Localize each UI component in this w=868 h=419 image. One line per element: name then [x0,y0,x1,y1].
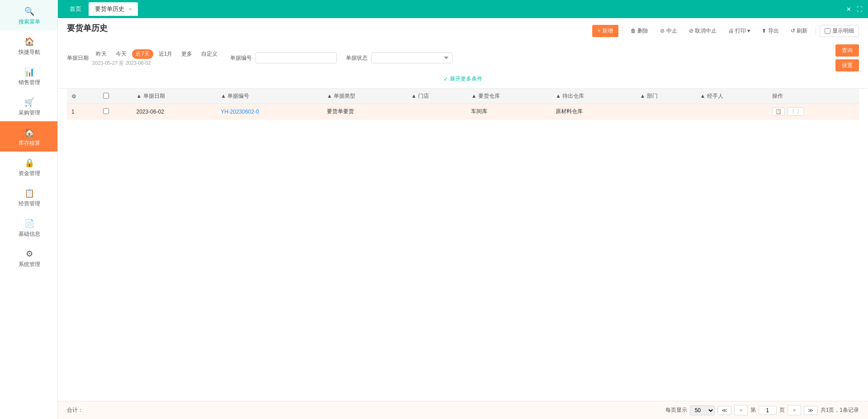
col-pending-warehouse[interactable]: ▲ 待出仓库 [551,89,636,104]
page-number-input[interactable] [759,406,777,415]
date-filter-label: 单据日期 [67,54,89,62]
sidebar-item-purchase[interactable]: 🛒 采购管理 [0,91,57,121]
tab-home[interactable]: 首页 [63,2,88,16]
row-department [636,104,696,119]
table-footer: 合计： 每页显示 10 20 50 100 ≪ ＜ 第 页 ＞ ≫ 共1页，1条… [58,401,868,419]
sales-icon: 📊 [24,67,34,77]
col-handler-label: ▲ 经手人 [700,93,723,99]
col-date[interactable]: ▲ 单据日期 [132,89,217,104]
settings-gear-icon[interactable]: ⚙ [71,93,76,100]
purchase-icon: 🛒 [24,97,34,107]
col-store-label: ▲ 门店 [411,93,429,99]
page-next-button[interactable]: ＞ [788,405,801,415]
page-last-button[interactable]: ≫ [804,406,818,415]
expand-more-button[interactable]: ✓ 展开更多条件 [443,75,482,83]
print-button[interactable]: 🖨 打印 ▾ [724,25,755,37]
new-button[interactable]: + 新增 [592,25,618,37]
finance-icon: 🔒 [24,158,34,168]
delete-button[interactable]: 🗑 删除 [626,25,653,37]
col-type[interactable]: ▲ 单据类型 [322,89,407,104]
order-no-filter-group: 单据编号 [230,52,337,63]
col-department-label: ▲ 部门 [640,93,658,99]
page-prev-button[interactable]: ＜ [734,405,748,415]
col-pending-warehouse-label: ▲ 待出仓库 [556,93,584,99]
sidebar-label-finance: 资金管理 [19,170,40,177]
col-actions: 操作 [768,89,859,104]
page-first-button[interactable]: ≪ [717,406,731,415]
row-order-no: YH-20230602-0 [216,104,322,119]
suspend-button[interactable]: ⊘ 中止 [656,25,681,37]
date-btn-yesterday[interactable]: 昨天 [92,49,110,59]
basic-info-icon: 📄 [24,219,34,229]
display-detail-button[interactable]: 显示明细 [820,25,859,37]
sidebar-item-quick-nav[interactable]: 🏠 快捷导航 [0,30,57,61]
col-settings[interactable]: ⚙ [67,89,99,104]
refresh-button[interactable]: ↺ 刷新 [786,25,812,37]
sidebar-label-operations: 经营管理 [19,200,40,208]
window-fullscreen-button[interactable]: ⛶ [857,6,863,13]
status-select[interactable] [371,52,453,63]
query-button[interactable]: 查询 [835,44,859,57]
cancel-suspend-button[interactable]: ⊘ 取消中止 [684,25,721,37]
sidebar-item-inventory[interactable]: 🏠 库存核算 [0,121,57,152]
row-pending-warehouse: 原材料仓库 [551,104,636,119]
sidebar-item-sales[interactable]: 📊 销售管理 [0,61,57,91]
row-view-button[interactable]: 📋 [772,107,785,116]
order-no-label: 单据编号 [230,54,252,62]
per-page-label: 每页显示 [665,406,687,414]
status-label: 单据状态 [346,54,368,62]
sidebar-item-system[interactable]: ⚙ 系统管理 [0,243,57,273]
sidebar-label-search-menu: 搜索菜单 [19,18,40,26]
date-filter-group: 单据日期 昨天 今天 近7天 近1月 更多 自定义 2023-05-27 至 2… [67,49,221,67]
date-btns: 昨天 今天 近7天 近1月 更多 自定义 [92,49,221,59]
order-no-input[interactable] [255,52,337,63]
page-title: 要货单历史 [67,23,108,33]
close-tab-button[interactable]: × [129,6,132,12]
date-btn-more[interactable]: 更多 [178,49,196,59]
separator-2 [816,27,816,35]
col-handler[interactable]: ▲ 经手人 [695,89,768,104]
sidebar: 🔍 搜索菜单 🏠 快捷导航 📊 销售管理 🛒 采购管理 🏠 库存核算 🔒 资金管… [0,0,58,419]
sidebar-item-finance[interactable]: 🔒 资金管理 [0,152,57,182]
filter-area: 单据日期 昨天 今天 近7天 近1月 更多 自定义 2023-05-27 至 2… [58,39,868,89]
per-page-select[interactable]: 10 20 50 100 [690,405,715,415]
total-label: 合计： [67,406,83,414]
query-settings-area: 查询 设置 [835,44,859,71]
order-no-link[interactable]: YH-20230602-0 [221,109,259,115]
inventory-icon: 🏠 [24,128,34,138]
row-index: 1 [67,104,99,119]
separator-1 [622,27,623,35]
sidebar-item-operations[interactable]: 📋 经营管理 [0,182,57,212]
select-all-checkbox[interactable] [103,93,109,99]
filter-row: 单据日期 昨天 今天 近7天 近1月 更多 自定义 2023-05-27 至 2… [67,44,859,71]
date-btn-today[interactable]: 今天 [112,49,130,59]
sidebar-item-search-menu[interactable]: 🔍 搜索菜单 [0,0,57,30]
display-detail-checkbox[interactable] [825,28,830,34]
expand-down-icon: ✓ [443,76,448,82]
date-btn-1month[interactable]: 近1月 [155,49,176,59]
col-department[interactable]: ▲ 部门 [636,89,696,104]
col-store[interactable]: ▲ 门店 [407,89,467,104]
main-content: 首页 要货单历史 × ✕ ⛶ 要货单历史 + 新增 🗑 删除 ⊘ 中止 ⊘ 取消… [58,0,868,419]
window-close-button[interactable]: ✕ [846,6,851,13]
tab-requisition-history[interactable]: 要货单历史 × [89,2,138,16]
row-checkbox[interactable] [103,108,109,114]
date-btn-7days[interactable]: 近7天 [132,49,153,59]
sidebar-label-purchase: 采购管理 [19,109,40,117]
col-order-no[interactable]: ▲ 单据编号 [216,89,322,104]
sidebar-label-sales: 销售管理 [19,79,40,86]
print-dropdown-icon[interactable]: ▾ [747,28,750,34]
row-actions-cell: 📋 ⋮⋮ [768,104,859,119]
filter-settings-button[interactable]: 设置 [835,59,859,71]
col-req-warehouse[interactable]: ▲ 要货仓库 [467,89,551,104]
date-btn-custom[interactable]: 自定义 [198,49,221,59]
export-button[interactable]: ⬆ 导出 [757,25,783,37]
col-checkbox [99,89,132,104]
col-req-warehouse-label: ▲ 要货仓库 [471,93,500,99]
row-store [407,104,467,119]
col-date-label: ▲ 单据日期 [137,93,165,99]
row-date: 2023-06-02 [132,104,217,119]
row-more-button[interactable]: ⋮⋮ [788,107,804,116]
sidebar-item-basic-info[interactable]: 📄 基础信息 [0,212,57,243]
tab-requisition-history-label: 要货单历史 [95,5,124,13]
